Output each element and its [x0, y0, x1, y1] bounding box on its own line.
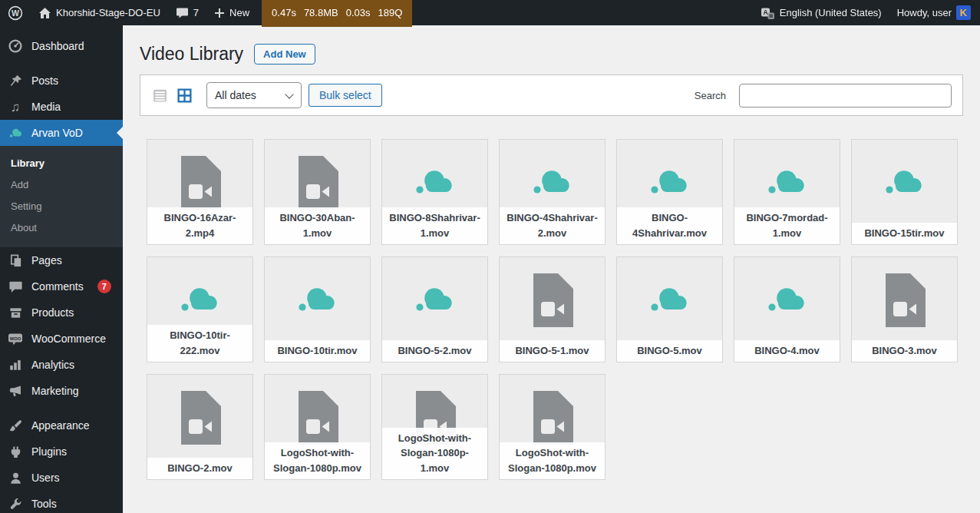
sidebar-item-media[interactable]: ♫ Media [0, 94, 123, 120]
video-card[interactable]: BINGO-2.mov [147, 374, 253, 480]
account-menu[interactable]: Howdy, user K [889, 0, 980, 25]
arvan-vod-submenu: Library Add Setting About [0, 146, 123, 247]
card-icon-slot [382, 257, 487, 343]
video-filename: BINGO-5-1.mov [500, 340, 605, 362]
sidebar-item-arvan-vod[interactable]: Arvan VoD [0, 120, 123, 146]
language-switcher[interactable]: A English (United States) [753, 0, 889, 25]
users-icon [7, 471, 24, 485]
sidebar-item-plugins[interactable]: Plugins [0, 439, 123, 465]
card-icon-slot [265, 257, 370, 343]
video-card[interactable]: BINGO-4Shahrivar-2.mov [499, 139, 605, 245]
sidebar-item-label: Plugins [31, 445, 67, 458]
cloud-icon [411, 283, 459, 318]
site-name: Khorshid-Stage-DO-EU [56, 7, 160, 18]
home-icon [38, 7, 51, 19]
sidebar-item-label: Appearance [31, 419, 90, 432]
site-name-link[interactable]: Khorshid-Stage-DO-EU [31, 0, 168, 25]
page-header: Video Library Add New [123, 25, 980, 65]
list-view-button[interactable] [151, 87, 169, 104]
card-icon-slot [500, 257, 605, 343]
sidebar-item-users[interactable]: Users [0, 465, 123, 491]
video-filename: BINGO-8Shahrivar-1.mov [382, 207, 487, 244]
submenu-item-setting[interactable]: Setting [0, 195, 123, 217]
sidebar-item-products[interactable]: Products [0, 300, 123, 326]
video-filename: BINGO-5-2.mov [382, 340, 487, 362]
sidebar-item-woocommerce[interactable]: WOO WooCommerce [0, 326, 123, 352]
pages-icon [7, 253, 24, 268]
bulk-select-button[interactable]: Bulk select [309, 84, 382, 107]
video-card[interactable]: BINGO-5-1.mov [499, 256, 605, 362]
comment-icon [7, 280, 24, 294]
video-card[interactable]: BINGO-3.mov [851, 256, 958, 362]
date-filter-select[interactable]: All dates [206, 82, 302, 108]
sidebar-item-appearance[interactable]: Appearance [0, 412, 123, 439]
translation-icon: A [761, 6, 775, 20]
cloud-icon [646, 165, 694, 200]
sidebar-item-pages[interactable]: Pages [0, 247, 123, 273]
pushpin-icon [7, 74, 24, 88]
video-card[interactable]: BINGO-7mordad-1.mov [734, 139, 840, 245]
sidebar-item-dashboard[interactable]: Dashboard [0, 33, 123, 59]
sidebar-item-label: Posts [31, 74, 58, 87]
video-card[interactable]: LogoShot-with-Slogan-1080p-1.mov [381, 374, 488, 480]
avatar: K [956, 5, 971, 20]
video-card[interactable]: BINGO-8Shahrivar-1.mov [381, 139, 488, 245]
comment-bubble-icon [176, 6, 189, 19]
video-file-icon [180, 391, 221, 445]
video-filename: BINGO-7mordad-1.mov [734, 207, 840, 244]
search-label: Search [695, 90, 726, 101]
sidebar-item-label: Users [31, 472, 60, 484]
sidebar-item-marketing[interactable]: Marketing [0, 378, 123, 404]
video-card[interactable]: BINGO-5.mov [616, 256, 723, 362]
video-filename: LogoShot-with-Slogan-1080p.mov [265, 442, 370, 479]
sidebar-item-tools[interactable]: Tools [0, 491, 123, 513]
video-filename: BINGO-4Shahrivar.mov [617, 207, 722, 244]
grid-view-button[interactable] [176, 87, 193, 104]
card-icon-slot [852, 140, 957, 226]
qm-db-time: 0.03s [346, 7, 371, 18]
qm-query-count: 189Q [378, 7, 403, 18]
video-file-icon [532, 391, 573, 445]
admin-bar-comments[interactable]: 7 [168, 0, 206, 25]
video-card[interactable]: BINGO-10tir-222.mov [147, 256, 253, 362]
megaphone-icon [7, 384, 24, 399]
admin-bar: W Khorshid-Stage-DO-EU 7 New 0.47s 78.8M… [0, 0, 980, 25]
howdy-text: Howdy, user [897, 7, 952, 18]
video-filename: BINGO-5.mov [617, 340, 722, 362]
video-card[interactable]: BINGO-10tir.mov [264, 256, 371, 362]
search-input[interactable] [739, 84, 952, 108]
sidebar-item-label: Analytics [31, 359, 74, 371]
submenu-item-about[interactable]: About [0, 217, 123, 238]
video-card[interactable]: LogoShot-with-Slogan-1080p.mov [264, 374, 371, 480]
sidebar-item-label: Marketing [31, 385, 78, 397]
media-toolbar: All dates Bulk select Search [140, 74, 963, 116]
video-card[interactable]: BINGO-4Shahrivar.mov [616, 139, 723, 245]
sidebar-item-comments[interactable]: Comments 7 [0, 273, 123, 300]
dashboard-icon [7, 38, 24, 54]
video-card[interactable]: BINGO-5-2.mov [381, 256, 488, 362]
page-title: Video Library [140, 42, 243, 65]
video-card[interactable]: BINGO-16Azar-2.mp4 [147, 139, 253, 245]
video-file-icon [532, 273, 573, 327]
sidebar-item-label: Arvan VoD [31, 127, 83, 139]
sidebar-item-label: Media [31, 101, 61, 113]
video-card[interactable]: BINGO-15tir.mov [851, 139, 958, 245]
sidebar-item-posts[interactable]: Posts [0, 68, 123, 94]
svg-text:W: W [12, 8, 19, 17]
submenu-item-add[interactable]: Add [0, 174, 123, 195]
admin-bar-new[interactable]: New [206, 0, 257, 25]
wordpress-logo-menu[interactable]: W [0, 0, 31, 25]
submenu-item-library[interactable]: Library [0, 152, 123, 174]
woocommerce-icon: WOO [7, 331, 24, 346]
add-new-button[interactable]: Add New [254, 44, 315, 65]
sidebar-item-analytics[interactable]: Analytics [0, 352, 123, 378]
video-card[interactable]: BINGO-30Aban-1.mov [264, 139, 371, 245]
video-card[interactable]: LogoShot-with-Slogan-1080p.mov [499, 374, 605, 480]
plugin-icon [7, 445, 24, 459]
video-filename: BINGO-3.mov [852, 340, 957, 362]
video-card[interactable]: BINGO-4.mov [734, 256, 840, 362]
date-filter-wrap: All dates [206, 82, 302, 108]
query-monitor-badge[interactable]: 0.47s 78.8MB 0.03s 189Q [262, 0, 412, 27]
brush-icon [7, 419, 24, 433]
admin-sidebar: Dashboard Posts ♫ Media Arvan VoD Librar… [0, 25, 123, 513]
